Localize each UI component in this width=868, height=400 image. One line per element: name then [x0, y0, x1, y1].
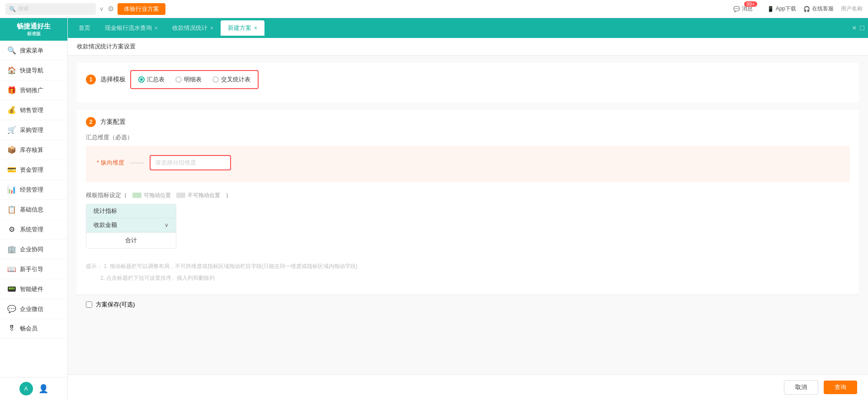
page-content: 收款情况统计方案设置 1 选择模板 汇总表	[68, 38, 868, 400]
tab-payment-stats-label: 收款情况统计	[172, 24, 208, 32]
step2-section: 2 方案配置 汇总维度（必选） * 纵向维度 —— 请选择分组维度	[77, 110, 859, 295]
tab-payment-stats[interactable]: 收款情况统计 ×	[165, 20, 221, 36]
hint-2: 2. 点击标题栏下拉可设置排序、插入列和删除列	[86, 273, 850, 283]
quick-nav-icon: 🏠	[7, 66, 16, 75]
radio-summary[interactable]: 汇总表	[138, 75, 165, 84]
tab-bar: 首页 现金银行流水查询 × 收款情况统计 × 新建方案 × × □	[68, 18, 868, 38]
sidebar-label-wechat: 企业微信	[20, 305, 43, 313]
content-area: 首页 现金银行流水查询 × 收款情况统计 × 新建方案 × × □	[68, 18, 868, 400]
sidebar-item-sales[interactable]: 💰 销售管理	[0, 100, 67, 120]
guide-icon: 📖	[7, 265, 16, 273]
radio-summary-dot	[138, 76, 145, 83]
dimension-arrow: ——	[130, 159, 144, 167]
tab-new-plan[interactable]: 新建方案 ×	[221, 20, 264, 36]
page-title: 收款情况统计方案设置	[77, 43, 136, 50]
service-area[interactable]: 🎧 在线客服	[803, 5, 834, 13]
sidebar-item-guide[interactable]: 📖 新手引导	[0, 259, 67, 279]
sidebar-item-purchase[interactable]: 🛒 采购管理	[0, 120, 67, 140]
stats-table: 统计指标 收款金额 ∨ 合计	[86, 204, 176, 249]
search-placeholder: 搜索	[18, 5, 29, 13]
chevron-down-icon[interactable]: ∨	[99, 5, 104, 12]
tab-new-plan-close[interactable]: ×	[254, 25, 257, 31]
sidebar-bottom: A 👤	[0, 377, 67, 400]
draggable-text: 可拖动位置	[144, 192, 171, 199]
sidebar-item-marketing[interactable]: 🎁 营销推广	[0, 80, 67, 100]
sidebar-item-wechat[interactable]: 💬 企业微信	[0, 299, 67, 319]
download-area[interactable]: 📱 App下载	[767, 5, 796, 13]
dimension-input[interactable]: 请选择分组维度	[150, 155, 231, 170]
sidebar-item-basic-info[interactable]: 📋 基础信息	[0, 200, 67, 220]
save-checkbox[interactable]	[86, 301, 92, 308]
sidebar-item-finance[interactable]: 💳 资金管理	[0, 160, 67, 180]
trial-button[interactable]: 体验行业方案	[118, 3, 165, 15]
sidebar-item-operations[interactable]: 📊 经营管理	[0, 180, 67, 200]
tab-home-label: 首页	[79, 24, 90, 32]
sidebar-item-smart-hw[interactable]: 📟 智能硬件	[0, 279, 67, 299]
logo-text: 畅捷通好生	[17, 22, 51, 31]
step2-header: 2 方案配置	[86, 117, 850, 127]
vertical-dimension-label: * 纵向维度	[97, 159, 124, 167]
purchase-icon: 🛒	[7, 126, 16, 134]
dimension-field-label: 汇总维度（必选）	[86, 133, 850, 141]
sidebar-label-system: 系统管理	[20, 226, 43, 234]
stats-table-header[interactable]: 统计指标	[86, 204, 176, 218]
search-menu-icon: 🔍	[7, 46, 16, 55]
tab-bar-actions: × □	[852, 24, 864, 32]
legend-non-draggable: 不可拖动位置	[176, 192, 220, 199]
tab-minimize-icon[interactable]: ×	[852, 24, 856, 32]
sidebar-item-search-menu[interactable]: 🔍 搜索菜单	[0, 41, 67, 61]
logo-sub: 标准版	[17, 31, 51, 37]
top-bar-left: 🔍 搜索 ∨ ⚙ 体验行业方案	[5, 3, 733, 15]
message-icon: 💬	[733, 6, 740, 12]
sidebar-item-enterprise[interactable]: 🏢 企业协同	[0, 240, 67, 259]
radio-cross-dot	[212, 76, 219, 83]
notification-area[interactable]: 💬 消息 99+	[733, 5, 753, 13]
stats-column-label: 收款金额	[94, 221, 117, 229]
tab-new-plan-label: 新建方案	[228, 24, 251, 32]
legend-draggable: 可拖动位置	[132, 192, 171, 199]
download-label: App下载	[776, 5, 796, 13]
stats-column-header[interactable]: 收款金额 ∨	[86, 218, 176, 232]
step1-number: 1	[86, 75, 96, 85]
tab-payment-stats-close[interactable]: ×	[210, 25, 213, 31]
sidebar-item-system[interactable]: ⚙ 系统管理	[0, 220, 67, 240]
user-info[interactable]: 用户名称	[841, 5, 863, 13]
sidebar-item-inventory[interactable]: 📦 库存核算	[0, 140, 67, 160]
dimension-row: * 纵向维度 —— 请选择分组维度	[97, 155, 839, 170]
sidebar-logo: 畅捷通好生 标准版	[0, 18, 67, 41]
tab-bank-flow[interactable]: 现金银行流水查询 ×	[98, 20, 165, 36]
radio-cross[interactable]: 交叉统计表	[212, 75, 250, 84]
cancel-button[interactable]: 取消	[784, 380, 818, 395]
gear-icon[interactable]: ⚙	[108, 5, 114, 13]
hint-text: 提示： 1. 拖动标题栏可以调整布局，不可跨维度或指标区域拖动栏目字段(只能在同…	[86, 262, 850, 272]
marketing-icon: 🎁	[7, 86, 16, 94]
sidebar: 畅捷通好生 标准版 🔍 搜索菜单 🏠 快捷导航 🎁 营销推广 💰 销售管理 🛒 …	[0, 18, 68, 400]
sidebar-item-member[interactable]: 🎖 畅会员	[0, 319, 67, 339]
step1-title: 选择模板	[100, 75, 126, 84]
avatar[interactable]: A	[19, 382, 33, 395]
finance-icon: 💳	[7, 165, 16, 174]
sidebar-label-quick-nav: 快捷导航	[20, 66, 43, 75]
notification-count: 99+	[744, 1, 757, 7]
non-draggable-text: 不可拖动位置	[188, 192, 220, 199]
save-label: 方案保存(可选)	[96, 301, 135, 309]
template-options-box: 汇总表 明细表 交叉统计表	[130, 70, 259, 89]
inventory-icon: 📦	[7, 146, 16, 154]
tab-bank-flow-close[interactable]: ×	[155, 25, 158, 31]
dimension-area: * 纵向维度 —— 请选择分组维度	[86, 146, 850, 182]
hint-prefix: 提示：	[86, 263, 102, 269]
indicator-settings: 模板指标设定（ 可拖动位置 不可拖动位置 ）	[86, 191, 850, 250]
sidebar-label-enterprise: 企业协同	[20, 245, 43, 254]
search-box[interactable]: 🔍 搜索	[5, 3, 96, 15]
sidebar-label-purchase: 采购管理	[20, 126, 43, 134]
indicator-label: 模板指标设定（	[86, 191, 127, 199]
avatar-icon: 👤	[38, 384, 48, 394]
non-draggable-dot	[176, 193, 185, 198]
query-button[interactable]: 查询	[824, 381, 857, 394]
tab-home[interactable]: 首页	[71, 20, 98, 36]
sidebar-item-quick-nav[interactable]: 🏠 快捷导航	[0, 61, 67, 80]
tab-maximize-icon[interactable]: □	[860, 24, 864, 32]
radio-detail[interactable]: 明细表	[175, 75, 202, 84]
sidebar-label-operations: 经营管理	[20, 186, 43, 194]
member-icon: 🎖	[7, 325, 16, 333]
